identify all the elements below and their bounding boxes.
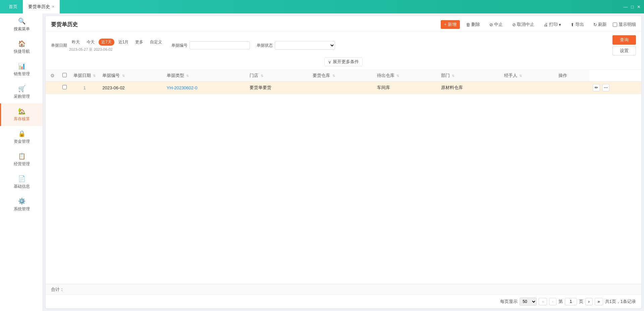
col-store-label: 门店 — [250, 73, 258, 78]
row-doc-no-cell: YH-20230602-0 — [163, 82, 246, 94]
basic-info-icon: 📄 — [18, 175, 25, 182]
per-page-select[interactable]: 50 10 20 100 — [520, 298, 537, 306]
stop-button[interactable]: ⊘ 中止 — [486, 20, 506, 29]
expand-filter: ∨ 展开更多条件 — [51, 57, 636, 66]
col-pending-warehouse-sort-icon[interactable]: ⇅ — [396, 74, 399, 78]
delete-icon: 🗑 — [466, 22, 470, 27]
print-button[interactable]: 🖨 打印 ▾ — [540, 20, 565, 29]
col-operation: 操作 — [555, 70, 589, 82]
sidebar-item-basic-info[interactable]: 📄 基础信息 — [0, 171, 43, 193]
col-date-sort-icon[interactable]: ⇅ — [93, 74, 96, 78]
date-pill-today[interactable]: 今天 — [84, 39, 97, 46]
col-department-sort-icon[interactable]: ⇅ — [452, 74, 454, 78]
minimize-button[interactable]: — — [623, 4, 628, 9]
page-label: 第 — [558, 299, 563, 305]
date-pill-1month[interactable]: 近1月 — [116, 39, 131, 46]
select-all-checkbox[interactable] — [62, 73, 67, 77]
refresh-button-label: 刷新 — [598, 21, 607, 28]
col-handler-label: 经手人 — [504, 73, 517, 78]
sidebar-item-quick-nav[interactable]: 🏠 快捷导航 — [0, 36, 43, 58]
table-header-row: ⚙ 单据日期 ⇅ 单据编号 ⇅ — [46, 70, 641, 82]
col-department: 部门 ⇅ — [438, 70, 501, 82]
print-button-label: 打印 — [549, 21, 558, 28]
doc-no-label: 单据编号 — [171, 43, 187, 48]
prev-page-button[interactable]: ‹ — [549, 298, 556, 305]
tab-home-label: 首页 — [9, 4, 17, 10]
next-page-button[interactable]: › — [585, 298, 593, 305]
col-settings: ⚙ — [46, 70, 59, 82]
window-controls: — □ ✕ — [623, 4, 641, 9]
sidebar-item-finance-mgmt[interactable]: 🔒 资金管理 — [0, 126, 43, 148]
row-num: 1 — [84, 85, 86, 90]
summary-label: 合计： — [51, 286, 64, 293]
sidebar-item-search-menu[interactable]: 🔍 搜索菜单 — [0, 13, 43, 36]
row-doc-no-link[interactable]: YH-20230602-0 — [167, 85, 198, 90]
row-checkbox[interactable] — [62, 85, 67, 89]
new-button[interactable]: + 新增 — [441, 20, 460, 29]
col-doc-type: 单据类型 ⇅ — [163, 70, 246, 82]
content-area: 要货单历史 + 新增 🗑 删除 ⊘ 中止 ⊘ 取消中止 🖨 — [46, 16, 641, 308]
row-settings-cell — [46, 82, 59, 94]
export-button[interactable]: ⬆ 导出 — [567, 20, 587, 29]
cancel-stop-button[interactable]: ⊘ 取消中止 — [509, 20, 538, 29]
col-handler-sort-icon[interactable]: ⇅ — [519, 74, 522, 78]
sidebar-item-sales-mgmt[interactable]: 📊 销售管理 — [0, 58, 43, 81]
cancel-stop-icon: ⊘ — [512, 22, 516, 27]
display-detail-checkbox[interactable] — [613, 23, 617, 27]
column-settings-icon[interactable]: ⚙ — [50, 73, 55, 78]
sidebar-label-purchase-mgmt: 采购管理 — [14, 94, 30, 99]
col-store-sort-icon[interactable]: ⇅ — [261, 74, 263, 78]
last-page-button[interactable]: » — [595, 298, 603, 305]
tab-requisition-history[interactable]: 要货单历史 × — [23, 0, 60, 13]
close-button[interactable]: ✕ — [637, 4, 641, 9]
date-pill-custom[interactable]: 自定义 — [147, 39, 165, 46]
col-doc-no-sort-icon[interactable]: ⇅ — [122, 74, 125, 78]
maximize-button[interactable]: □ — [631, 4, 634, 9]
sidebar-item-operations-mgmt[interactable]: 📋 经营管理 — [0, 148, 43, 171]
top-bar: 首页 要货单历史 × — □ ✕ — [0, 0, 644, 13]
expand-filter-button[interactable]: ∨ 展开更多条件 — [324, 57, 363, 66]
page-input[interactable] — [565, 298, 577, 305]
row-handler-cell — [555, 82, 589, 94]
pagination: 每页显示 50 10 20 100 « ‹ 第 页 › » 共1页，1条记录 — [46, 295, 641, 308]
col-pending-warehouse: 待出仓库 ⇅ — [374, 70, 438, 82]
row-num-cell: 1 — [70, 82, 99, 94]
row-date: 2023-06-02 — [102, 85, 125, 90]
date-filter-label: 单据日期 — [51, 43, 67, 48]
display-detail-toggle[interactable]: 显示明细 — [613, 21, 636, 28]
row-more-button[interactable]: ⋯ — [602, 84, 609, 91]
settings-button[interactable]: 设置 — [612, 46, 636, 55]
status-select[interactable] — [275, 41, 335, 50]
col-checkbox — [59, 70, 70, 82]
row-edit-button[interactable]: ✏ — [593, 84, 600, 91]
sidebar: 🔍 搜索菜单 🏠 快捷导航 📊 销售管理 🛒 采购管理 🏡 库存核算 🔒 资金管… — [0, 13, 43, 311]
filter-row: 单据日期 昨天 今天 近7天 近1月 更多 自定义 2023-05-27 至 2… — [51, 35, 636, 55]
row-store-cell — [309, 82, 373, 94]
date-filter-group: 单据日期 昨天 今天 近7天 近1月 更多 自定义 2023-05-27 至 2… — [51, 39, 165, 52]
total-info: 共1页，1条记录 — [605, 299, 636, 305]
doc-no-input[interactable] — [190, 41, 250, 49]
refresh-button[interactable]: ↻ 刷新 — [590, 20, 610, 29]
date-pill-7days[interactable]: 近7天 — [99, 39, 114, 46]
sidebar-item-purchase-mgmt[interactable]: 🛒 采购管理 — [0, 81, 43, 103]
col-operation-label: 操作 — [558, 73, 567, 78]
delete-button[interactable]: 🗑 删除 — [463, 20, 483, 29]
row-operation-cell: ✏ ⋯ — [589, 82, 641, 94]
tab-home[interactable]: 首页 — [3, 0, 23, 13]
sidebar-label-system-mgmt: 系统管理 — [14, 206, 30, 212]
date-range-text: 2023-05-27 至 2023-06-02 — [69, 47, 165, 52]
query-button[interactable]: 查询 — [612, 35, 636, 45]
date-pill-more[interactable]: 更多 — [132, 39, 146, 46]
sidebar-item-system-mgmt[interactable]: ⚙️ 系统管理 — [0, 193, 43, 216]
display-detail-label: 显示明细 — [619, 21, 636, 28]
cancel-stop-button-label: 取消中止 — [517, 21, 534, 28]
col-doc-no: 单据编号 ⇅ — [99, 70, 163, 82]
date-pill-yesterday[interactable]: 昨天 — [69, 39, 83, 46]
sidebar-item-inventory-calc[interactable]: 🏡 库存核算 — [0, 103, 43, 126]
col-req-warehouse-label: 要货仓库 — [313, 73, 330, 78]
row-doc-type-cell: 要货单要货 — [246, 82, 309, 94]
first-page-button[interactable]: « — [539, 298, 547, 305]
col-req-warehouse-sort-icon[interactable]: ⇅ — [332, 74, 335, 78]
col-doc-type-sort-icon[interactable]: ⇅ — [186, 74, 189, 78]
tab-close-icon[interactable]: × — [52, 4, 54, 9]
